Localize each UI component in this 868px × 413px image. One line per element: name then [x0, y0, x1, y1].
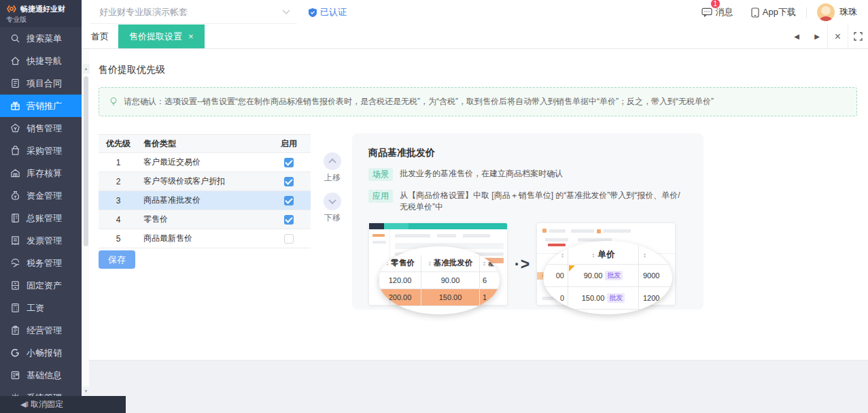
sidebar-item-label: 基础信息 [27, 369, 62, 382]
sidebar-item-funds[interactable]: 资金管理 [0, 184, 82, 207]
sidebar-item-invoice[interactable]: 发票管理 [0, 229, 82, 252]
apply-tag: 应用 [368, 190, 393, 203]
scroll-down-icon[interactable] [82, 386, 90, 396]
save-button[interactable]: 保存 [99, 250, 135, 269]
after-screenshot: 单价 00 90.00批发 9000 0 150.00批发 [536, 222, 676, 305]
shield-check-icon [308, 7, 317, 18]
move-up-button[interactable] [324, 152, 341, 170]
cell-price-type: 客户等级价或客户折扣 [138, 176, 267, 187]
close-tabs-icon[interactable] [827, 24, 848, 48]
move-down-button[interactable] [324, 193, 341, 210]
logo-title: 畅捷通好业财 [20, 4, 65, 14]
sidebar: 畅捷通好业财 专业版 搜索菜单 快捷导航 项目合同 营销推广 销售管理 采购管理… [0, 0, 82, 396]
sidebar-item-payroll[interactable]: 工资 [0, 297, 82, 319]
user-menu[interactable]: 珠珠 [817, 3, 857, 21]
cell-partial: 1200 [638, 287, 672, 310]
fullscreen-icon[interactable] [848, 24, 868, 48]
tab-scroll-right-icon[interactable] [807, 24, 827, 48]
sidebar-item-label: 快捷导航 [27, 55, 62, 67]
info-doc-icon [10, 370, 20, 380]
cell-priority: 4 [99, 215, 138, 225]
table-row-selected[interactable]: 3 商品基准批发价 [99, 191, 311, 210]
tab-home[interactable]: 首页 [82, 24, 118, 48]
cell-priority: 5 [99, 234, 138, 244]
cell-value: 1 [479, 289, 500, 306]
tab-controls [786, 24, 868, 48]
sidebar-item-fixed-assets[interactable]: 固定资产 [0, 274, 82, 297]
sidebar-item-system[interactable]: 系统管理 [0, 386, 82, 396]
app-download-button[interactable]: App下载 [751, 6, 796, 18]
cell-value: 90.00 [421, 272, 479, 289]
account-set-name: 好业财专业版演示帐套 [99, 6, 188, 18]
chanjet-logo-icon [6, 3, 17, 14]
scene-text: 批发业务的基准售价，在建立商品档案时确认 [400, 168, 563, 180]
arrow-right-icon [513, 254, 531, 274]
cell-price-type: 零售价 [138, 214, 267, 225]
sidebar-item-label: 发票管理 [27, 235, 62, 247]
enabled-checkbox[interactable] [284, 215, 294, 225]
enabled-checkbox[interactable] [284, 177, 294, 186]
sidebar-item-project-contract[interactable]: 项目合同 [0, 72, 82, 95]
invoice-icon [10, 235, 20, 246]
shopping-bag-icon [10, 146, 20, 156]
cell-price-type: 客户最近交易价 [138, 156, 267, 168]
account-set-selector[interactable]: 好业财专业版演示帐套 [90, 1, 297, 24]
tax-icon [10, 258, 20, 268]
tab-close-icon[interactable] [188, 31, 194, 42]
sidebar-item-tax[interactable]: 税务管理 [0, 252, 82, 274]
main-content: 售价提取优先级 请您确认：选项设置--销售设置“您在制作商品标准销售报价表时，是… [89, 49, 868, 413]
tab-scroll-left-icon[interactable] [786, 24, 807, 48]
app-download-label: App下载 [763, 6, 796, 18]
sidebar-item-inventory[interactable]: 库存核算 [0, 162, 82, 184]
sidebar-item-purchase[interactable]: 采购管理 [0, 139, 82, 162]
sidebar-item-label: 销售管理 [27, 122, 62, 135]
table-row[interactable]: 2 客户等级价或客户折扣 [99, 172, 311, 191]
sidebar-item-label: 搜索菜单 [27, 33, 62, 45]
sidebar-scrollbar[interactable] [82, 49, 89, 396]
money-bag-icon [10, 191, 20, 201]
sidebar-item-label: 小畅报销 [27, 347, 62, 359]
scrollbar-thumb[interactable] [84, 76, 88, 246]
cell-price-type: 商品基准批发价 [138, 195, 267, 206]
tab-label: 售价提取设置 [129, 31, 182, 43]
tab-price-extract-settings[interactable]: 售价提取设置 [118, 24, 205, 48]
avatar [817, 3, 835, 21]
enabled-checkbox[interactable] [284, 196, 294, 205]
warehouse-icon [10, 168, 20, 178]
sidebar-item-quick-nav[interactable]: 快捷导航 [0, 50, 82, 72]
move-down-label: 下移 [317, 212, 347, 224]
sidebar-item-sales[interactable]: 销售管理 [0, 117, 82, 139]
sidebar-item-basic-info[interactable]: 基础信息 [0, 364, 82, 386]
messages-button[interactable]: 消息 1 [701, 6, 733, 18]
cell-price-type: 商品最新售价 [138, 233, 267, 244]
apply-text: 从【商品价格设置】中取 [商品＋销售单位] 的“基准批发价”带入到“报价、单价/… [400, 190, 687, 213]
sidebar-item-general-ledger[interactable]: 总账管理 [0, 207, 82, 229]
sidebar-item-search-menu[interactable]: 搜索菜单 [0, 27, 82, 50]
sidebar-item-marketing[interactable]: 营销推广 [0, 95, 82, 117]
zoom-bubble-after: 单价 00 90.00批发 9000 0 150.00批发 [543, 241, 672, 314]
sort-icon [483, 261, 486, 266]
table-row[interactable]: 1 客户最近交易价 [99, 153, 311, 172]
cell-priority: 3 [99, 196, 138, 205]
sidebar-item-label: 固定资产 [27, 280, 62, 292]
scroll-up-icon[interactable] [82, 64, 90, 73]
detail-panel: 商品基准批发价 场景 批发业务的基准售价，在建立商品档案时确认 应用 从【商品价… [352, 133, 704, 310]
table-row[interactable]: 5 商品最新售价 [99, 229, 311, 248]
illustration-row: 零售价 基准批发价 基 120.00 90.00 6 200.00 [368, 222, 687, 305]
sort-icon [561, 252, 564, 258]
priority-table: 优先级 售价类型 启用 1 客户最近交易价 2 客户等级价或客户折扣 3 商品基… [99, 134, 311, 248]
table-row[interactable]: 4 零售价 [99, 210, 311, 229]
enabled-checkbox[interactable] [284, 158, 294, 167]
sidebar-item-operations[interactable]: 经营管理 [0, 319, 82, 342]
divider [806, 7, 807, 18]
sidebar-item-reimburse[interactable]: 小畅报销 [0, 342, 82, 364]
sidebar-item-label: 资金管理 [27, 190, 62, 202]
messages-label: 消息 [716, 6, 733, 18]
unpin-sidebar-button[interactable]: 取消固定 [0, 396, 126, 413]
cell-value: 6 [479, 272, 500, 289]
sidebar-item-label: 工资 [27, 302, 44, 314]
sort-icon [592, 252, 595, 258]
wholesale-badge: 批发 [607, 293, 625, 303]
row-move-controls: 上移 下移 [317, 152, 347, 224]
enabled-checkbox[interactable] [284, 234, 294, 244]
